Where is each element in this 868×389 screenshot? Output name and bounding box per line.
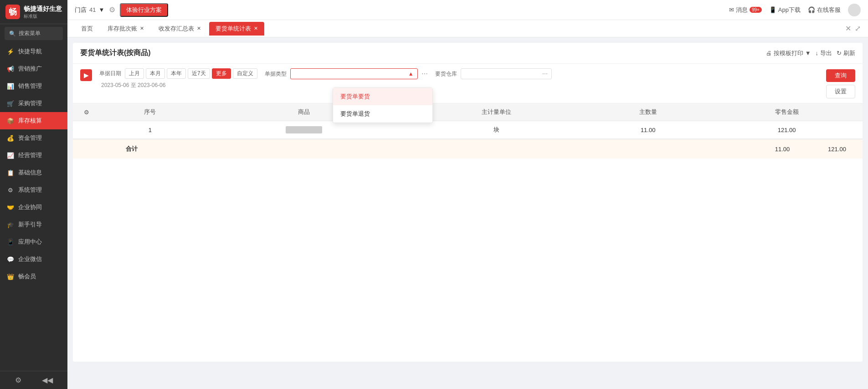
- warehouse-filter-label: 要货仓库: [435, 70, 457, 78]
- sidebar-item-app-center[interactable]: 📱 应用中心: [0, 233, 67, 251]
- expand-tabs-icon[interactable]: ⤢: [855, 24, 861, 33]
- export-button[interactable]: ↓ 导出: [816, 49, 832, 57]
- store-selector[interactable]: 门店 41 ▼: [75, 6, 104, 14]
- inventory-icon: 📦: [6, 117, 15, 125]
- collapse-sidebar-icon[interactable]: ◀◀: [42, 376, 53, 384]
- date-btn-more[interactable]: 更多: [212, 68, 231, 79]
- sidebar-item-label: 应用中心: [18, 238, 42, 246]
- sidebar-item-label: 销售管理: [18, 82, 42, 90]
- tab-label: 收发存汇总表: [159, 25, 194, 33]
- table-row: 1 块 11.00 121.00: [73, 121, 863, 139]
- store-number: 41: [89, 6, 96, 13]
- settings-col-icon: ⚙: [84, 109, 89, 116]
- settings-button[interactable]: 设置: [826, 85, 855, 98]
- tab-collect-send[interactable]: 收发存汇总表 ✕: [152, 22, 207, 36]
- sidebar-item-enterprise-wechat[interactable]: 💬 企业微信: [0, 251, 67, 268]
- row-unit-cell: 块: [407, 121, 585, 139]
- settings-bottom-icon[interactable]: ⚙: [15, 376, 21, 384]
- export-icon: ↓: [816, 50, 819, 56]
- col-settings[interactable]: ⚙: [73, 103, 100, 121]
- phone-icon: 📱: [769, 6, 776, 13]
- search-menu-item[interactable]: 🔍 搜索菜单: [5, 27, 63, 40]
- table-container: ⚙ 序号 商品 主计量单位 主数量 零售金额 1: [73, 103, 863, 139]
- dropdown-item-return[interactable]: 要货单退货: [333, 105, 432, 123]
- sidebar-item-operations[interactable]: 📈 经营管理: [0, 147, 67, 164]
- warehouse-more-icon: ⋯: [542, 71, 548, 77]
- guide-icon: 🎓: [6, 220, 15, 229]
- tab-close-icon[interactable]: ✕: [197, 26, 201, 31]
- sidebar-item-label: 快捷导航: [18, 47, 42, 56]
- sidebar-item-label: 系统管理: [18, 186, 42, 194]
- refresh-icon: ↻: [837, 50, 842, 56]
- sidebar-item-label: 新手引导: [18, 220, 42, 229]
- sidebar-item-label: 畅会员: [18, 272, 36, 281]
- col-amount: 零售金额: [711, 103, 863, 121]
- dropdown-item-requisition[interactable]: 要货单要货: [333, 88, 432, 105]
- product-name-blurred: [286, 126, 322, 133]
- tab-label: 要货单统计表: [216, 25, 251, 33]
- tab-home[interactable]: 首页: [75, 22, 99, 36]
- sidebar-item-collaboration[interactable]: 🤝 企业协同: [0, 199, 67, 216]
- tab-inventory-batch[interactable]: 库存批次账 ✕: [101, 22, 150, 36]
- sidebar-item-system[interactable]: ⚙ 系统管理: [0, 181, 67, 199]
- messages-button[interactable]: ✉ 消息 99+: [729, 6, 762, 14]
- sidebar-item-basic-info[interactable]: 📋 基础信息: [0, 164, 67, 181]
- sidebar-item-marketing[interactable]: 📢 营销推广: [0, 60, 67, 77]
- data-table: ⚙ 序号 商品 主计量单位 主数量 零售金额 1: [73, 103, 863, 139]
- search-icon: 🔍: [9, 31, 16, 37]
- date-btn-this-year[interactable]: 本年: [167, 68, 186, 79]
- page-title: 要货单统计表(按商品): [80, 48, 151, 58]
- sidebar-item-guide[interactable]: 🎓 新手引导: [0, 216, 67, 233]
- sidebar-item-member[interactable]: 👑 畅会员: [0, 268, 67, 285]
- table-footer: 合计 11.00 121.00: [73, 139, 863, 159]
- sidebar-item-sales[interactable]: 📊 销售管理: [0, 77, 67, 95]
- footer-qty-value: 11.00: [764, 146, 801, 153]
- sidebar-item-label: 企业协同: [18, 203, 42, 211]
- topbar-gear-icon[interactable]: ⚙: [109, 5, 115, 14]
- date-btn-custom[interactable]: 自定义: [233, 68, 257, 79]
- print-button[interactable]: 🖨 按模板打印 ▼: [766, 49, 811, 57]
- messages-badge: 99+: [750, 7, 762, 13]
- close-all-tabs-icon[interactable]: ✕: [845, 24, 851, 33]
- sidebar: 畅 畅捷通好生意 标准版 🔍 搜索菜单 ⚡ 快捷导航 📢 营销推广 📊 销售管理…: [0, 0, 67, 389]
- tab-requisition[interactable]: 要货单统计表 ✕: [209, 22, 264, 36]
- basic-info-icon: 📋: [6, 169, 15, 177]
- date-btn-last7days[interactable]: 近7天: [188, 68, 210, 79]
- filter-expand-button[interactable]: ▶: [80, 69, 92, 81]
- col-unit: 主计量单位: [407, 103, 585, 121]
- content-area: 要货单统计表(按商品) 🖨 按模板打印 ▼ ↓ 导出 ↻ 刷新: [67, 37, 868, 389]
- sidebar-item-label: 营销推广: [18, 65, 42, 73]
- refresh-button[interactable]: ↻ 刷新: [837, 49, 855, 57]
- date-btn-last-month[interactable]: 上月: [125, 68, 144, 79]
- query-button[interactable]: 查询: [826, 69, 855, 82]
- tab-home-label: 首页: [81, 25, 93, 33]
- quick-nav-icon: ⚡: [6, 47, 15, 56]
- online-service-button[interactable]: 🎧 在线客服: [808, 6, 841, 14]
- store-label: 门店: [75, 6, 87, 14]
- sidebar-logo: 畅 畅捷通好生意 标准版: [0, 0, 67, 24]
- type-more-icon[interactable]: ⋯: [421, 70, 428, 77]
- app-download-button[interactable]: 📱 App下载: [769, 6, 801, 14]
- app-logo-icon: 畅: [5, 5, 20, 19]
- wechat-icon: 💬: [6, 255, 15, 263]
- date-btn-this-month[interactable]: 本月: [146, 68, 165, 79]
- sidebar-item-purchase[interactable]: 🛒 采购管理: [0, 95, 67, 112]
- promo-button[interactable]: 体验行业方案: [120, 3, 168, 17]
- sidebar-item-quick-nav[interactable]: ⚡ 快捷导航: [0, 43, 67, 60]
- marketing-icon: 📢: [6, 65, 15, 73]
- app-version: 标准版: [24, 13, 62, 19]
- user-avatar[interactable]: [848, 4, 861, 16]
- footer-amount-value: 121.00: [819, 146, 855, 153]
- type-select-field[interactable]: ▲: [290, 68, 418, 79]
- sidebar-item-label: 资金管理: [18, 134, 42, 142]
- page-header: 要货单统计表(按商品) 🖨 按模板打印 ▼ ↓ 导出 ↻ 刷新: [73, 43, 863, 64]
- sidebar-nav: ⚡ 快捷导航 📢 营销推广 📊 销售管理 🛒 采购管理 📦 库存核算 💰 资金管…: [0, 43, 67, 371]
- tab-close-icon[interactable]: ✕: [140, 26, 144, 31]
- footer-total-label: 合计: [126, 145, 138, 153]
- sidebar-item-label: 库存核算: [18, 117, 42, 125]
- member-icon: 👑: [6, 272, 15, 281]
- sidebar-item-finance[interactable]: 💰 资金管理: [0, 129, 67, 147]
- tab-close-active-icon[interactable]: ✕: [254, 26, 258, 31]
- sidebar-item-inventory[interactable]: 📦 库存核算: [0, 112, 67, 129]
- warehouse-select-field[interactable]: ⋯: [461, 68, 552, 79]
